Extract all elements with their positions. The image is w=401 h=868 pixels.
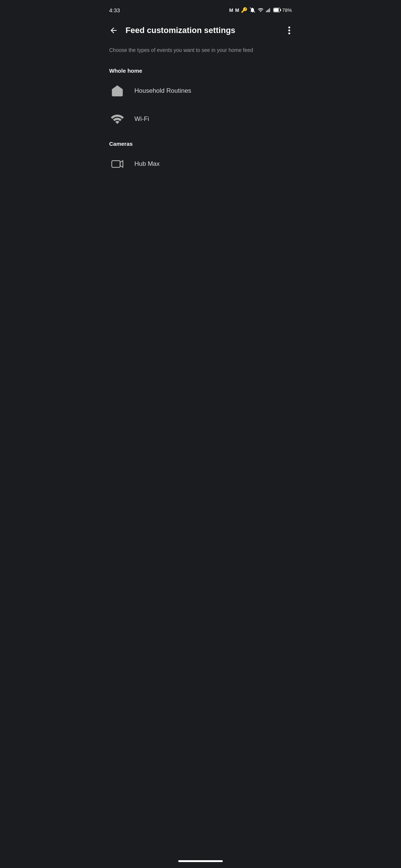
wifi-label: Wi-Fi (134, 115, 149, 123)
wifi-status-icon (258, 7, 264, 13)
wifi-item-icon (109, 111, 125, 127)
app-bar: Feed customization settings (100, 19, 301, 42)
svg-rect-3 (268, 9, 269, 12)
hub-max-icon (109, 156, 125, 172)
list-item-wifi[interactable]: Wi-Fi (100, 105, 301, 133)
household-routines-icon (109, 83, 125, 99)
section-cameras: Cameras (100, 136, 301, 150)
household-routines-label: Household Routines (134, 87, 191, 95)
svg-point-10 (288, 33, 290, 34)
battery-percent: 78% (282, 7, 292, 13)
signal-icon (266, 7, 271, 13)
svg-rect-2 (267, 10, 268, 12)
svg-rect-1 (266, 11, 267, 12)
gmail-icon-1: M (229, 7, 233, 13)
status-time: 4:33 (109, 7, 120, 13)
page-title: Feed customization settings (125, 25, 279, 36)
list-item-hub-max[interactable]: Hub Max (100, 150, 301, 178)
home-indicator (178, 860, 223, 862)
svg-rect-6 (274, 9, 278, 12)
svg-rect-4 (269, 8, 270, 12)
hub-max-label: Hub Max (134, 160, 160, 168)
battery-icon: 78% (273, 7, 292, 13)
svg-point-8 (288, 27, 290, 29)
svg-point-9 (288, 30, 290, 32)
status-icons: M M 🔑 78% (229, 7, 292, 13)
bell-off-icon (250, 7, 255, 13)
svg-rect-7 (280, 9, 281, 11)
svg-rect-12 (112, 161, 120, 167)
back-button[interactable] (108, 24, 120, 36)
status-bar: 4:33 M M 🔑 78% (100, 0, 301, 19)
list-item-household-routines[interactable]: Household Routines (100, 77, 301, 105)
key-icon: 🔑 (241, 7, 247, 13)
more-options-button[interactable] (285, 24, 293, 36)
feed-description: Choose the types of events you want to s… (100, 42, 301, 63)
gmail-icon-2: M (235, 7, 239, 13)
section-whole-home: Whole home (100, 63, 301, 77)
